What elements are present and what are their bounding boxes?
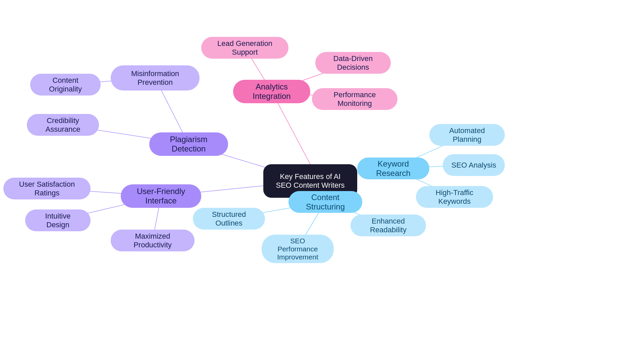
content-structuring-node: Content Structuring	[288, 191, 362, 213]
keyword-research-node: Keyword Research	[357, 158, 429, 179]
high-traffic-keywords-node: High-Traffic Keywords	[416, 186, 493, 208]
user-friendly-interface-node: User-Friendly Interface	[121, 184, 201, 208]
structured-outlines-node: Structured Outlines	[193, 208, 265, 230]
seo-performance-node: SEO Performance Improvement	[262, 235, 334, 263]
intuitive-design-node: Intuitive Design	[25, 209, 91, 231]
enhanced-readability-node: Enhanced Readability	[351, 215, 426, 236]
analytics-integration-node: Analytics Integration	[233, 80, 310, 103]
performance-monitoring-node: Performance Monitoring	[312, 88, 397, 110]
misinformation-prevention-node: Misinformation Prevention	[111, 65, 200, 90]
user-satisfaction-ratings-node: User Satisfaction Ratings	[3, 178, 91, 199]
lead-generation-node: Lead Generation Support	[201, 37, 288, 59]
content-originality-node: Content Originality	[30, 74, 101, 96]
credibility-assurance-node: Credibility Assurance	[27, 114, 99, 136]
seo-analysis-node: SEO Analysis	[443, 154, 505, 176]
data-driven-node: Data-Driven Decisions	[315, 52, 391, 74]
automated-planning-node: Automated Planning	[429, 124, 505, 146]
maximized-productivity-node: Maximized Productivity	[111, 230, 195, 251]
plagiarism-detection-node: Plagiarism Detection	[149, 132, 228, 156]
